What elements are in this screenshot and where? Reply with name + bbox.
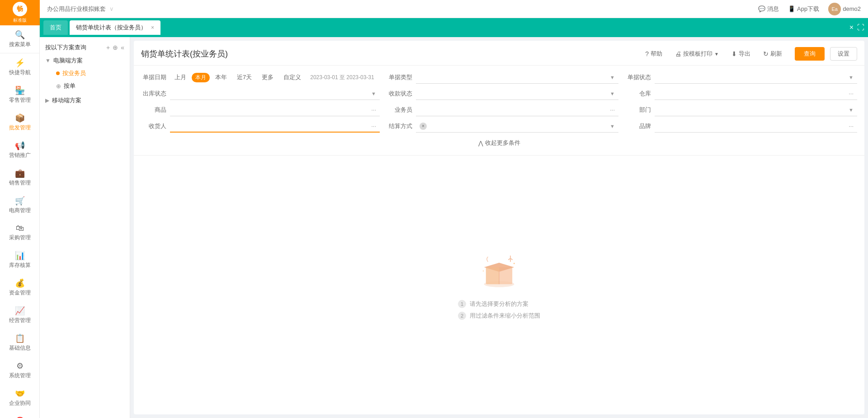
tree-mobile-group[interactable]: ▶ 移动端方案 xyxy=(40,94,130,107)
message-button[interactable]: 💬 消息 xyxy=(758,5,779,13)
tree-desktop-group[interactable]: ▼ 电脑端方案 xyxy=(40,54,130,67)
sidebar-item-inventory[interactable]: 📊 库存核算 xyxy=(0,246,39,274)
ecommerce-icon: 🛒 xyxy=(15,196,25,206)
brand-dots: ··· xyxy=(849,123,854,129)
breadcrumb-dropdown-icon[interactable]: ∨ xyxy=(109,5,114,12)
date-tabs-group: 上月 本月 本年 近7天 更多 自定义 2023-03-01 至 2023-03… xyxy=(170,72,380,83)
tree-order-label: 按单 xyxy=(64,82,75,90)
status-input[interactable]: ▼ xyxy=(655,71,857,84)
tree-item-by-order[interactable]: ⊕ 按单 xyxy=(40,80,130,92)
sidebar-collab-label: 企业协同 xyxy=(9,399,31,407)
settings-button[interactable]: 设置 xyxy=(830,47,857,61)
date-tab-lastmonth[interactable]: 上月 xyxy=(170,72,191,83)
sidebar-item-search[interactable]: 🔍 搜索菜单 xyxy=(0,25,39,53)
maximize-icon[interactable]: ⛶ xyxy=(857,24,864,32)
sidebar: 畅 标准版 🔍 搜索菜单 ⚡ 快捷导航 🏪 零售管理 📦 批发管理 📢 营销推广… xyxy=(0,0,40,418)
filter-cell-dept: 部门 ▼ xyxy=(618,104,857,116)
tab-home[interactable]: 首页 xyxy=(43,20,68,35)
filter-cell-receipt: 出库状态 ▼ xyxy=(141,87,380,100)
receipt-status-label: 出库状态 xyxy=(141,90,166,98)
header-right: 💬 消息 📱 App下载 Ea demo2 xyxy=(758,3,861,15)
dept-input[interactable]: ▼ xyxy=(655,104,857,116)
hint-num-1: 1 xyxy=(458,300,466,308)
edit-scheme-icon[interactable]: ⊕ xyxy=(113,44,118,51)
collection-input[interactable]: ▼ xyxy=(416,87,618,100)
tree-mobile-label: 移动端方案 xyxy=(52,96,81,104)
sidebar-item-wholesale[interactable]: 📦 批发管理 xyxy=(0,109,39,136)
query-button[interactable]: 查询 xyxy=(795,47,825,61)
sidebar-nav: 🔍 搜索菜单 ⚡ 快捷导航 🏪 零售管理 📦 批发管理 📢 营销推广 💼 销售管… xyxy=(0,25,39,418)
main-area: 办公用品行业模拟账套 ∨ 💬 消息 📱 App下载 Ea demo2 首页 xyxy=(40,0,868,418)
sidebar-item-marketing[interactable]: 📢 营销推广 xyxy=(0,136,39,164)
sidebar-item-finance[interactable]: 💰 资金管理 xyxy=(0,274,39,301)
page-title-bar: 销货单统计表(按业务员) ? 帮助 🖨 按模板打印 ▼ ⬇ 导出 xyxy=(134,41,864,66)
consignee-input[interactable]: ··· xyxy=(170,120,380,133)
sidebar-item-collab[interactable]: 🤝 企业协同 xyxy=(0,384,39,412)
collapse-bar[interactable]: ⋀ 收起更多条件 xyxy=(141,136,857,150)
print-icon: 🖨 xyxy=(675,50,681,57)
app-download-button[interactable]: 📱 App下载 xyxy=(788,5,819,13)
warehouse-input[interactable]: ··· xyxy=(655,87,857,100)
salesperson-input[interactable]: ··· xyxy=(416,104,618,116)
order-scheme-icon: ⊕ xyxy=(56,83,61,90)
collapse-panel-icon[interactable]: « xyxy=(121,44,124,51)
search-icon: 🔍 xyxy=(15,30,25,40)
settlement-dropdown-icon: ▼ xyxy=(610,124,615,129)
filter-cell-warehouse: 仓库 ··· xyxy=(618,87,857,100)
sidebar-item-basic[interactable]: 📋 基础信息 xyxy=(0,329,39,356)
top-header: 办公用品行业模拟账套 ∨ 💬 消息 📱 App下载 Ea demo2 xyxy=(40,0,868,18)
status-dropdown-icon: ▼ xyxy=(849,75,854,80)
sidebar-item-operations[interactable]: 📈 经营管理 xyxy=(0,301,39,329)
date-tab-more[interactable]: 更多 xyxy=(257,72,278,83)
print-button[interactable]: 🖨 按模板打印 ▼ xyxy=(671,48,722,60)
sidebar-item-quicknav[interactable]: ⚡ 快捷导航 xyxy=(0,53,39,81)
date-tab-thisyear[interactable]: 本年 xyxy=(211,72,231,83)
receipt-status-input[interactable]: ▼ xyxy=(170,87,380,100)
sidebar-item-retail[interactable]: 🏪 零售管理 xyxy=(0,81,39,109)
goods-dots: ··· xyxy=(371,106,376,113)
tab-sales-report[interactable]: 销货单统计表（按业务员） × xyxy=(70,20,160,35)
filter-cell-consignee: 收货人 ··· xyxy=(141,120,380,133)
sidebar-item-sales[interactable]: 💼 销售管理 xyxy=(0,164,39,191)
type-input[interactable]: ▼ xyxy=(416,71,618,84)
goods-input[interactable]: ··· xyxy=(170,104,380,116)
refresh-button[interactable]: ↻ 刷新 xyxy=(760,48,786,60)
sidebar-wholesale-label: 批发管理 xyxy=(9,124,31,132)
print-label: 按模板打印 xyxy=(683,50,712,58)
inventory-icon: 📊 xyxy=(15,251,25,261)
settlement-input[interactable]: × ▼ xyxy=(416,120,618,133)
sidebar-item-purchase[interactable]: 🛍 采购管理 xyxy=(0,219,39,246)
sidebar-item-ecommerce[interactable]: 🛒 电商管理 xyxy=(0,191,39,219)
date-tab-7days[interactable]: 近7天 xyxy=(232,72,256,83)
user-profile-button[interactable]: Ea demo2 xyxy=(828,3,861,15)
date-tab-thismonth[interactable]: 本月 xyxy=(192,73,210,82)
tab-close-icon[interactable]: × xyxy=(151,24,154,31)
empty-hint-2: 2 用过滤条件来缩小分析范围 xyxy=(458,312,540,320)
message-icon: 💬 xyxy=(758,5,765,12)
add-scheme-icon[interactable]: + xyxy=(106,44,110,51)
empty-state: 1 请先选择要分析的方案 2 用过滤条件来缩小分析范围 xyxy=(134,156,864,414)
status-label: 单据状态 xyxy=(626,73,651,81)
operations-icon: 📈 xyxy=(15,306,25,316)
filter-area: 单据日期 上月 本月 本年 近7天 更多 自定义 2023-03-01 至 20… xyxy=(134,66,864,156)
export-button[interactable]: ⬇ 导出 xyxy=(728,48,754,60)
hint-text-1: 请先选择要分析的方案 xyxy=(470,300,528,308)
help-button[interactable]: ? 帮助 xyxy=(642,48,666,60)
brand-input[interactable]: ··· xyxy=(655,120,857,133)
settlement-clear-btn[interactable]: × xyxy=(420,123,427,130)
empty-hints: 1 请先选择要分析的方案 2 用过滤条件来缩小分析范围 xyxy=(458,300,540,320)
right-main: 销货单统计表(按业务员) ? 帮助 🖨 按模板打印 ▼ ⬇ 导出 xyxy=(134,41,864,414)
sidebar-item-newbie[interactable]: 🎯 新手引导 xyxy=(0,412,39,418)
download-icon: 📱 xyxy=(788,5,795,12)
close-window-icon[interactable]: × xyxy=(849,24,854,32)
sidebar-finance-label: 资金管理 xyxy=(9,289,31,297)
collapse-up-icon: ⋀ xyxy=(478,140,483,147)
filter-row-4: 收货人 ··· 结算方式 × ▼ xyxy=(141,120,857,133)
collection-label: 收款状态 xyxy=(387,90,412,98)
sidebar-item-system[interactable]: ⚙ 系统管理 xyxy=(0,356,39,384)
empty-illustration xyxy=(476,251,522,293)
date-tab-custom[interactable]: 自定义 xyxy=(279,72,306,83)
marketing-icon: 📢 xyxy=(15,141,25,151)
warehouse-label: 仓库 xyxy=(626,90,651,98)
tree-item-by-salesperson[interactable]: 按业务员 xyxy=(40,67,130,80)
